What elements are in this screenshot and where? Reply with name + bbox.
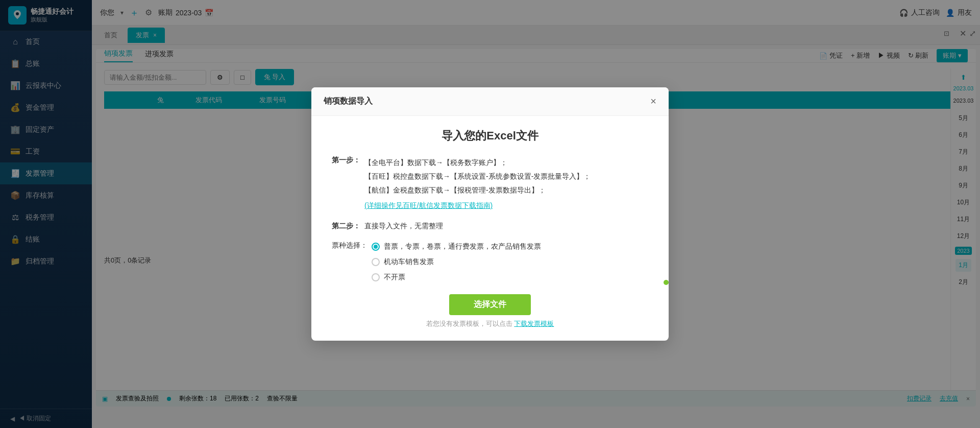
modal-header: 销项数据导入 × (311, 87, 669, 116)
modal-main-title: 导入您的Excel文件 (332, 128, 648, 144)
step1-label: 第一步： (332, 156, 360, 165)
modal-title: 销项数据导入 (324, 96, 373, 107)
modal-overlay: 销项数据导入 × 导入您的Excel文件 第一步： 【全电平台】数据下载→【税务… (0, 0, 980, 428)
modal-close-button[interactable]: × (650, 96, 656, 107)
select-file-button[interactable]: 选择文件 (449, 294, 531, 315)
step2: 第二步： 直接导入文件，无需整理 (332, 222, 648, 231)
radio-label: 票种选择： (332, 240, 368, 250)
modal-body: 导入您的Excel文件 第一步： 【全电平台】数据下载→【税务数字账户】； 【百… (311, 116, 669, 340)
step1: 第一步： 【全电平台】数据下载→【税务数字账户】； 【百旺】税控盘数据下载→【系… (332, 156, 648, 212)
step2-label: 第二步： (332, 222, 360, 231)
radio-general-inner (374, 245, 378, 249)
step1-line3: 【航信】金税盘数据下载→【报税管理-发票数据导出】； (364, 183, 591, 197)
step1-line1: 【全电平台】数据下载→【税务数字账户】； (364, 156, 591, 170)
modal-footer: 若您没有发票模板，可以点击 下载发票模板 (332, 319, 648, 328)
radio-motor[interactable]: 机动车销售发票 (372, 257, 541, 267)
radio-no-invoice[interactable]: 不开票 (372, 273, 541, 282)
import-modal: 销项数据导入 × 导入您的Excel文件 第一步： 【全电平台】数据下载→【税务… (311, 87, 669, 340)
tooltip-dot (664, 280, 669, 285)
step2-text: 直接导入文件，无需整理 (364, 222, 443, 231)
modal-footer-text: 若您没有发票模板，可以点击 (426, 320, 512, 327)
step1-line2: 【百旺】税控盘数据下载→【系统设置-系统参数设置-发票批量导入】； (364, 170, 591, 183)
radio-no-invoice-circle (372, 273, 380, 281)
step1-guide-link[interactable]: (详细操作见百旺/航信发票数据下载指南) (364, 201, 493, 209)
radio-motor-label: 机动车销售发票 (384, 257, 434, 267)
step1-content: 【全电平台】数据下载→【税务数字账户】； 【百旺】税控盘数据下载→【系统设置-系… (364, 156, 591, 212)
radio-general-label: 普票，专票，卷票，通行费发票，农产品销售发票 (384, 242, 541, 251)
tooltip-connector (664, 280, 669, 285)
radio-general-circle (372, 243, 380, 251)
radio-group: 普票，专票，卷票，通行费发票，农产品销售发票 机动车销售发票 不开票 (372, 242, 541, 282)
download-template-link[interactable]: 下载发票模板 (514, 320, 554, 327)
radio-general[interactable]: 普票，专票，卷票，通行费发票，农产品销售发票 (372, 242, 541, 251)
radio-no-invoice-label: 不开票 (384, 273, 405, 282)
radio-motor-circle (372, 258, 380, 266)
radio-section: 票种选择： 普票，专票，卷票，通行费发票，农产品销售发票 机动车销售发票 (332, 240, 648, 282)
